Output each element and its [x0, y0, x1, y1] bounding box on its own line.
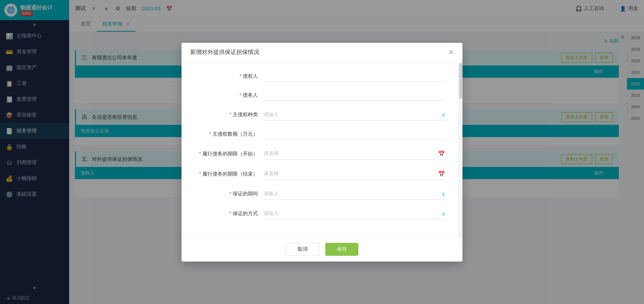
select-claim-type[interactable]: 请输入 ∨ [264, 109, 445, 121]
modal-footer: 取消 保存 [182, 237, 462, 262]
field-period-start: * 履行债务的期限（开始） 请选择 📅 [199, 148, 445, 160]
calendar-start-icon: 📅 [438, 150, 445, 157]
claim-type-chevron-icon: ∨ [442, 112, 445, 118]
input-debtor[interactable] [264, 90, 445, 101]
field-claim-amount: * 主债权数额（万元） [199, 129, 445, 140]
modal-title: 新增对外提供保证担保情况 [190, 49, 259, 56]
calendar-end-icon: 📅 [438, 171, 445, 177]
field-creditor: * 债权人 [199, 71, 445, 82]
field-guarantee-period: * 保证的期间 请输入 ∨ [199, 189, 445, 200]
save-button[interactable]: 保存 [325, 243, 358, 256]
label-claim-amount: * 主债权数额（万元） [199, 131, 264, 137]
label-period-end: * 履行债务的期限（结束） [199, 171, 264, 177]
cancel-button[interactable]: 取消 [286, 243, 319, 256]
label-creditor: * 债权人 [199, 73, 264, 80]
modal-overlay: 新增对外提供保证担保情况 ✕ * 债权人 * 债务人 [0, 0, 644, 304]
modal-close-btn[interactable]: ✕ [448, 49, 454, 56]
label-guarantee-method: * 保证的方式 [199, 210, 264, 217]
field-debtor: * 债务人 [199, 90, 445, 101]
input-creditor[interactable] [264, 71, 445, 82]
label-period-start: * 履行债务的期限（开始） [199, 151, 264, 157]
date-period-start[interactable]: 请选择 📅 [264, 148, 445, 160]
modal-body: * 债权人 * 债务人 * 主债权种类 请输入 [182, 63, 462, 237]
field-period-end: * 履行债务的期限（结束） 请选择 📅 [199, 168, 445, 180]
field-guarantee-method: * 保证的方式 请输入 ∨ [199, 208, 445, 219]
modal-dialog: 新增对外提供保证担保情况 ✕ * 债权人 * 债务人 [182, 43, 462, 262]
guarantee-period-chevron-icon: ∨ [442, 191, 445, 197]
label-guarantee-period: * 保证的期间 [199, 191, 264, 197]
modal-header: 新增对外提供保证担保情况 ✕ [182, 43, 462, 63]
date-period-end[interactable]: 请选择 📅 [264, 168, 445, 180]
label-debtor: * 债务人 [199, 92, 264, 99]
label-claim-type: * 主债权种类 [199, 112, 264, 118]
guarantee-method-chevron-icon: ∨ [442, 211, 445, 217]
field-claim-type: * 主债权种类 请输入 ∨ [199, 109, 445, 121]
select-guarantee-period[interactable]: 请输入 ∨ [264, 189, 445, 200]
select-guarantee-method[interactable]: 请输入 ∨ [264, 208, 445, 219]
modal-scrollbar-thumb[interactable] [459, 63, 462, 99]
input-claim-amount[interactable] [264, 129, 445, 140]
